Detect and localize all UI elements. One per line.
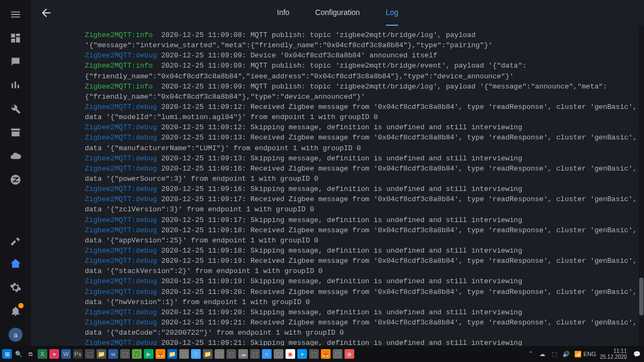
topbar: Info Configuration Log [31, 0, 644, 26]
app-icon[interactable]: ⬚ [179, 349, 189, 359]
app-icon[interactable]: Ps [73, 349, 83, 359]
log-line: Zigbee2MQTT:debug 2020-12-25 11:09:19: R… [85, 256, 639, 276]
menu-icon[interactable] [9, 8, 23, 21]
taskbar: ⊞ 🔍 ⧉ X ● W Ps ⬚ 📁 w ⬚ 🎵 ▶ 🦊 📁 ⬚ S 📁 ⬚ ⬚… [0, 346, 644, 362]
log-text: 2020-12-25 11:09:16: Skipping message, d… [157, 185, 523, 193]
log-line: Zigbee2MQTT:info 2020-12-25 11:09:08: MQ… [85, 30, 639, 50]
app-icon[interactable]: ⬚ [274, 349, 283, 359]
tab-log[interactable]: Log [386, 0, 398, 26]
log-level-debug: Zigbee2MQTT:debug [85, 185, 157, 193]
tray-chevron-icon[interactable]: ˄ [526, 349, 536, 359]
person-icon[interactable] [9, 55, 23, 69]
taskbar-time: 11:11 [600, 348, 627, 354]
log-text: 2020-12-25 11:09:19: Skipping message, d… [157, 277, 523, 285]
log-output[interactable]: Zigbee2MQTT:info 2020-12-25 11:09:08: MQ… [31, 26, 644, 346]
log-line: Zigbee2MQTT:debug 2020-12-25 11:09:09: D… [85, 50, 639, 61]
log-line: Zigbee2MQTT:debug 2020-12-25 11:09:21: R… [85, 317, 639, 338]
main-content: Info Configuration Log Zigbee2MQTT:info … [31, 0, 644, 346]
settings-icon[interactable] [9, 280, 23, 294]
log-line: Zigbee2MQTT:debug 2020-12-25 11:09:12: S… [85, 122, 639, 132]
app-icon[interactable]: S [191, 349, 201, 359]
app-icon[interactable]: W [61, 349, 71, 359]
app-icon[interactable]: 🎵 [132, 349, 142, 359]
scrollbar-thumb[interactable] [639, 278, 643, 315]
app-icon[interactable]: ● [297, 349, 307, 359]
tab-configuration[interactable]: Configuration [315, 0, 360, 26]
app-icon[interactable]: X [38, 349, 47, 359]
app-icon[interactable]: ⬚ [250, 349, 260, 359]
app-icon[interactable]: ◉ [345, 349, 354, 359]
log-text: 2020-12-25 11:09:17: Received Zigbee mes… [85, 195, 641, 213]
log-line: Zigbee2MQTT:debug 2020-12-25 11:09:13: R… [85, 132, 639, 153]
log-level-debug: Zigbee2MQTT:debug [85, 247, 157, 255]
wrench-icon[interactable] [9, 102, 23, 116]
app-icon[interactable]: 📁 [203, 349, 213, 359]
log-level-debug: Zigbee2MQTT:debug [85, 51, 157, 60]
log-text: 2020-12-25 11:09:16: Received Zigbee mes… [85, 165, 641, 183]
taskview-icon[interactable]: ⧉ [26, 349, 35, 359]
tray-icon[interactable]: ☁ [538, 349, 547, 359]
store-icon[interactable] [9, 125, 23, 139]
log-level-debug: Zigbee2MQTT:debug [85, 339, 157, 346]
tray-lang[interactable]: ENG [585, 349, 595, 359]
log-line: Zigbee2MQTT:debug 2020-12-25 11:09:20: S… [85, 307, 639, 317]
search-icon[interactable]: 🔍 [14, 349, 24, 359]
app-icon[interactable]: ⬚ [309, 349, 319, 359]
tab-info[interactable]: Info [277, 0, 289, 26]
log-line: Zigbee2MQTT:debug 2020-12-25 11:09:18: S… [85, 246, 639, 256]
app-icon[interactable]: ⬚ [120, 349, 130, 359]
log-text: 2020-12-25 11:09:12: Received Zigbee mes… [85, 103, 641, 121]
notifications-icon[interactable] [9, 304, 23, 318]
tray-icon[interactable]: 🔊 [561, 349, 571, 359]
app-icon[interactable]: 🦊 [321, 349, 331, 359]
tray-icon[interactable]: ⬚ [550, 349, 559, 359]
start-icon[interactable]: ⊞ [2, 349, 12, 359]
zigbee-icon[interactable] [9, 173, 23, 187]
log-level-debug: Zigbee2MQTT:debug [85, 226, 157, 234]
taskbar-date: 25.12.2020 [600, 354, 627, 360]
back-button[interactable] [40, 6, 53, 19]
log-level-debug: Zigbee2MQTT:debug [85, 319, 157, 327]
app-icon[interactable]: e [262, 349, 272, 359]
log-level-debug: Zigbee2MQTT:debug [85, 308, 157, 316]
app-icon[interactable]: ● [49, 349, 59, 359]
log-text: 2020-12-25 11:09:18: Skipping message, d… [157, 247, 523, 255]
notification-badge [18, 303, 24, 308]
action-center-icon[interactable]: 💬 [632, 349, 642, 359]
app-icon[interactable]: ☁ [238, 349, 248, 359]
app-icon[interactable]: ⬚ [333, 349, 342, 359]
log-level-debug: Zigbee2MQTT:debug [85, 165, 157, 173]
log-text: 2020-12-25 11:09:18: Received Zigbee mes… [85, 226, 641, 245]
app-icon[interactable]: ⬚ [226, 349, 236, 359]
log-text: 2020-12-25 11:09:20: Skipping message, d… [157, 308, 523, 316]
scrollbar[interactable] [639, 26, 644, 346]
log-text: 2020-12-25 11:09:21: Received Zigbee mes… [85, 319, 641, 337]
app-icon[interactable]: 🦊 [156, 349, 165, 359]
log-text: 2020-12-25 11:09:13: Skipping message, d… [157, 154, 523, 162]
log-level-info: Zigbee2MQTT:info [85, 83, 157, 91]
log-level-debug: Zigbee2MQTT:debug [85, 257, 157, 265]
chart-icon[interactable] [9, 78, 23, 92]
app-icon[interactable]: ▶ [144, 349, 153, 359]
log-line: Zigbee2MQTT:info 2020-12-25 11:09:09: MQ… [85, 61, 639, 81]
app-icon[interactable]: 📁 [167, 349, 177, 359]
log-level-info: Zigbee2MQTT:info [85, 62, 157, 70]
app-icon[interactable]: 📁 [97, 349, 106, 359]
log-line: Zigbee2MQTT:debug 2020-12-25 11:09:20: R… [85, 287, 639, 307]
sidebar: a [0, 0, 31, 346]
app-icon[interactable]: ⬚ [85, 349, 94, 359]
log-text: 2020-12-25 11:09:12: Skipping message, d… [157, 123, 523, 131]
app-icon[interactable]: ◉ [286, 349, 295, 359]
avatar[interactable]: a [9, 328, 23, 342]
cloud-icon[interactable] [9, 149, 23, 163]
tabs: Info Configuration Log [277, 0, 398, 26]
home-assistant-icon[interactable] [9, 257, 23, 271]
app-icon[interactable]: w [108, 349, 118, 359]
dashboard-icon[interactable] [9, 31, 23, 45]
taskbar-clock[interactable]: 11:11 25.12.2020 [597, 348, 630, 360]
log-level-debug: Zigbee2MQTT:debug [85, 195, 157, 203]
log-line: Zigbee2MQTT:debug 2020-12-25 11:09:13: S… [85, 153, 639, 164]
tray-icon[interactable]: 📶 [573, 349, 583, 359]
hammer-icon[interactable] [9, 233, 23, 247]
app-icon[interactable]: ⬚ [215, 349, 224, 359]
